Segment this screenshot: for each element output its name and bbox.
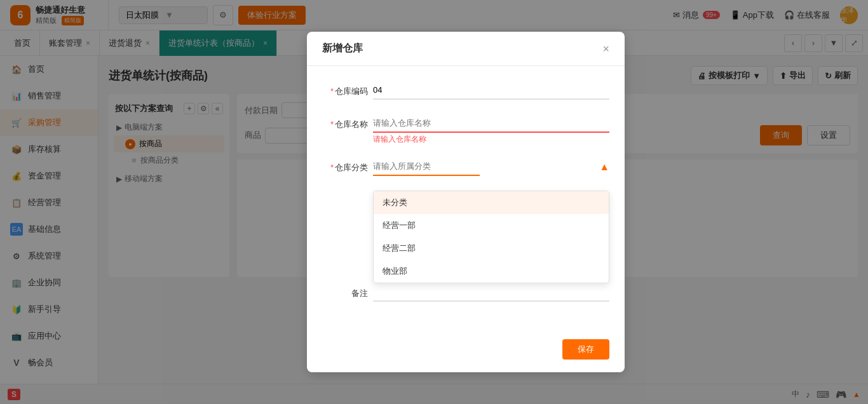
save-button[interactable]: 保存 bbox=[562, 339, 609, 360]
name-error-message: 请输入仓库名称 bbox=[373, 134, 609, 145]
category-label: 仓库分类 bbox=[322, 158, 373, 178]
new-warehouse-modal: 新增仓库 × 仓库编码 仓库名称 请输入仓库名称 仓库分类 ▲ 未 bbox=[307, 32, 625, 372]
category-dropdown-wrapper: 未分类 经营一部 经营二部 物业部 bbox=[322, 191, 609, 283]
category-input[interactable] bbox=[373, 158, 480, 176]
dropdown-item-uncategorized[interactable]: 未分类 bbox=[374, 191, 609, 214]
form-row-category: 仓库分类 ▲ bbox=[322, 158, 609, 178]
code-label: 仓库编码 bbox=[322, 81, 373, 102]
name-field-wrapper: 请输入仓库名称 bbox=[373, 114, 609, 145]
form-row-name: 仓库名称 请输入仓库名称 bbox=[322, 114, 609, 145]
dropdown-item-dept1[interactable]: 经营一部 bbox=[374, 214, 609, 237]
form-row-notes: 备注 bbox=[322, 283, 609, 304]
name-label: 仓库名称 bbox=[322, 114, 373, 135]
modal-header: 新增仓库 × bbox=[307, 32, 625, 66]
notes-input[interactable] bbox=[373, 283, 609, 302]
form-row-code: 仓库编码 bbox=[322, 81, 609, 102]
modal-close-button[interactable]: × bbox=[602, 43, 609, 55]
modal-footer: 保存 bbox=[307, 332, 625, 372]
warehouse-name-input[interactable] bbox=[373, 114, 609, 133]
notes-label: 备注 bbox=[322, 283, 373, 304]
dropdown-item-dept2[interactable]: 经营二部 bbox=[374, 237, 609, 260]
category-toggle-icon[interactable]: ▲ bbox=[599, 161, 609, 173]
category-dropdown: 未分类 经营一部 经营二部 物业部 bbox=[373, 191, 609, 283]
modal-title: 新增仓库 bbox=[322, 42, 363, 55]
modal-body: 仓库编码 仓库名称 请输入仓库名称 仓库分类 ▲ 未分类 经营一部 经营二部 bbox=[307, 66, 625, 332]
warehouse-code-input[interactable] bbox=[373, 81, 609, 100]
category-input-wrapper: ▲ bbox=[373, 158, 609, 176]
dropdown-item-property[interactable]: 物业部 bbox=[374, 260, 609, 283]
